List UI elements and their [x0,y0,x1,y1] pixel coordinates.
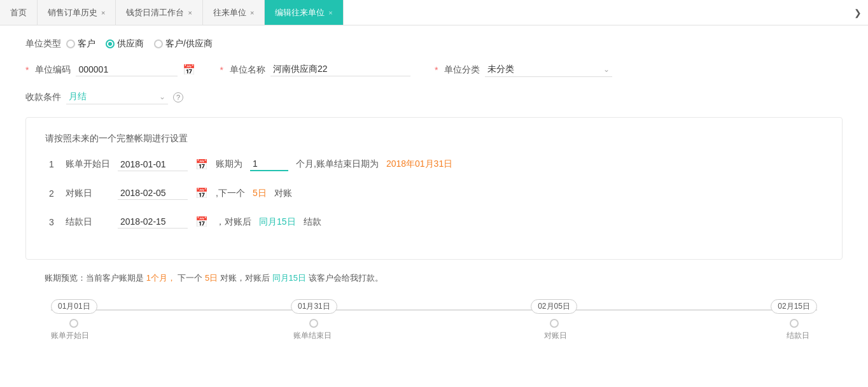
timeline-dot-3 [550,319,559,328]
payment-terms-help[interactable]: ? [173,92,183,102]
preview-suffix: 该客户会给我打款。 [309,273,383,283]
tab-counterparty-label: 往来单位 [213,7,246,18]
timeline-point-4: 02月15日 [771,299,817,328]
tab-edit-counterparty-close[interactable]: × [328,9,332,17]
payment-suffix: 结款 [304,216,321,228]
setting-key-2: 对账日 [66,188,110,199]
payment-terms-dropdown[interactable]: 月结 ⌄ [66,90,168,104]
timeline-date-3: 02月05日 [531,299,577,314]
reconcile-day-highlight: 5日 [253,188,267,199]
tab-counterparty-close[interactable]: × [250,9,254,17]
payment-prefix: ，对账后 [216,216,251,228]
unit-category-arrow: ⌄ [603,65,610,74]
preview-payment: 同月15日 [272,273,306,283]
timeline-label-3: 对账日 [536,330,575,341]
timeline-date-2: 01月31日 [291,299,337,314]
timeline-labels: 账单开始日 账单结束日 对账日 结款日 [25,330,843,341]
reconcile-date-input[interactable] [118,186,188,200]
tab-counterparty[interactable]: 往来单位 × [203,0,265,25]
setting-key-1: 账单开始日 [66,158,110,170]
radio-customer[interactable]: 客户 [66,38,95,50]
unit-name-required: * [220,65,223,75]
timeline-point-1: 01月01日 [51,299,97,328]
unit-category-dropdown[interactable]: 未分类 ⌄ [485,62,612,77]
preview-period: 1个月， [146,273,176,283]
unit-category-value: 未分类 [487,64,603,75]
timeline-dot-1 [69,319,78,328]
timeline-label-1: 账单开始日 [51,330,89,341]
reconcile-prefix: ,下一个 [216,188,245,199]
reconcile-suffix: 对账 [274,188,292,199]
setting-number-3: 3 [45,217,58,227]
tab-cash-goods-workbench[interactable]: 钱货日清工作台 × [116,0,202,25]
unit-code-label: 单位编码 [35,64,71,76]
unit-category-required: * [435,65,438,75]
payment-terms-row: 收款条件 月结 ⌄ ? [25,90,843,104]
setting-row-2: 2 对账日 📅 ,下一个 5日 对账 [45,186,823,200]
tab-bar: 首页 销售订单历史 × 钱货日清工作台 × 往来单位 × 编辑往来单位 × ❯ [0,0,868,25]
preview-section: 账期预览：当前客户账期是 1个月， 下一个 5日 对账，对账后 同月15日 该客… [25,272,843,284]
unit-name-label: 单位名称 [230,64,265,76]
unit-name-input[interactable] [270,63,410,76]
timeline-dot-2 [309,319,318,328]
radio-supplier[interactable]: 供应商 [106,38,144,50]
tab-sales-order-history[interactable]: 销售订单历史 × [38,0,116,25]
preview-reconcile: 5日 [205,273,218,283]
setting-number-2: 2 [45,188,58,199]
panel-title: 请按照未来的一个完整帐期进行设置 [45,133,823,144]
setting-row-3: 3 结款日 📅 ，对账后 同月15日 结款 [45,215,823,229]
tab-more-button[interactable]: ❯ [848,0,868,25]
unit-code-input[interactable] [76,63,178,76]
radio-supplier-circle [106,39,115,48]
preview-prefix: 账期预览：当前客户账期是 [45,273,144,283]
tab-home[interactable]: 首页 [0,0,38,25]
setting-row-1: 1 账单开始日 📅 账期为 个月,账单结束日期为 2018年01月31日 [45,157,823,171]
radio-customer-label: 客户 [78,38,95,50]
period-input[interactable] [250,157,288,171]
period-unit: 个月,账单结束日期为 [296,158,379,170]
main-content: 单位类型 客户 供应商 客户/供应商 * 单位编码 📅 * 单位名称 * 单位分… [0,25,868,387]
setting-number-1: 1 [45,159,58,169]
period-end-date: 2018年01月31日 [386,158,452,170]
payment-day-highlight: 同月15日 [259,216,296,228]
unit-info-row: * 单位编码 📅 * 单位名称 * 单位分类 未分类 ⌄ [25,62,843,77]
radio-customer-supplier-label: 客户/供应商 [165,38,213,50]
payment-terms-value: 月结 [69,91,159,102]
start-date-calendar-icon[interactable]: 📅 [195,158,208,171]
radio-customer-supplier[interactable]: 客户/供应商 [154,38,213,50]
unit-code-required: * [25,65,29,75]
tab-edit-counterparty[interactable]: 编辑往来单位 × [265,0,343,25]
payment-date-calendar-icon[interactable]: 📅 [195,216,208,228]
radio-supplier-label: 供应商 [117,38,144,50]
tab-edit-counterparty-label: 编辑往来单位 [275,7,325,18]
unit-category-label: 单位分类 [444,64,480,76]
timeline-wrapper: 01月01日 01月31日 02月05日 02月15日 [25,299,843,328]
tab-home-label: 首页 [10,7,27,18]
timeline-point-2: 01月31日 [291,299,337,328]
timeline-label-4: 结款日 [779,330,817,341]
radio-customer-supplier-circle [154,39,163,48]
preview-middle: 下一个 [178,273,202,283]
settings-panel: 请按照未来的一个完整帐期进行设置 1 账单开始日 📅 账期为 个月,账单结束日期… [25,117,843,260]
timeline-date-1: 01月01日 [51,299,97,314]
tab-sales-order-history-label: 销售订单历史 [48,7,97,18]
tab-sales-order-history-close[interactable]: × [101,9,105,17]
tab-cash-goods-workbench-label: 钱货日清工作台 [126,7,184,18]
timeline-dot-4 [790,319,799,328]
period-label: 账期为 [216,158,242,170]
timeline-date-4: 02月15日 [771,299,817,314]
reconcile-date-calendar-icon[interactable]: 📅 [195,187,208,199]
payment-terms-label: 收款条件 [25,92,61,103]
setting-key-3: 结款日 [66,216,110,228]
payment-date-input[interactable] [118,215,188,229]
timeline-point-3: 02月05日 [531,299,577,328]
unit-type-label: 单位类型 [25,38,61,50]
tab-cash-goods-workbench-close[interactable]: × [188,9,192,17]
payment-terms-arrow: ⌄ [159,92,165,101]
timeline-points: 01月01日 01月31日 02月05日 02月15日 [51,299,817,328]
unit-code-icon[interactable]: 📅 [183,64,195,76]
unit-type-radio-group: 客户 供应商 客户/供应商 [66,38,213,50]
unit-type-row: 单位类型 客户 供应商 客户/供应商 [25,38,843,50]
start-date-input[interactable] [118,158,188,171]
timeline-label-2: 账单结束日 [293,330,332,341]
